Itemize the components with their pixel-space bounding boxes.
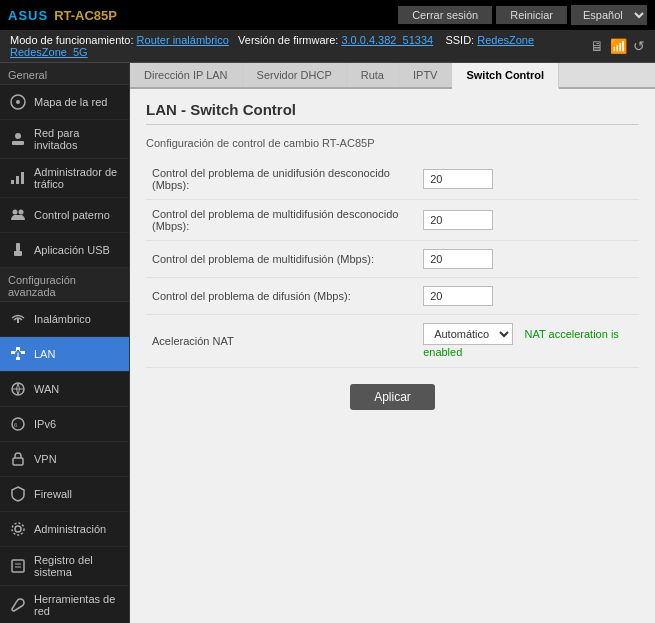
monitor-icon[interactable]: 🖥 — [590, 38, 604, 54]
firmware-label: Versión de firmware: — [238, 34, 338, 46]
sidebar-label-syslog: Registro del sistema — [34, 554, 121, 578]
svg-text:6: 6 — [14, 422, 18, 428]
sidebar-item-network-map[interactable]: Mapa de la red — [0, 85, 129, 120]
logout-button[interactable]: Cerrar sesión — [398, 6, 492, 24]
ssid-value1[interactable]: RedesZone — [477, 34, 534, 46]
panel-subtitle: Configuración de control de cambio RT-AC… — [146, 137, 639, 149]
sidebar: General Mapa de la red Red para invitado… — [0, 63, 130, 623]
table-row: Control del problema de difusión (Mbps): — [146, 278, 639, 315]
tab-bar: Dirección IP LAN Servidor DHCP Ruta IPTV… — [130, 63, 655, 89]
sidebar-label-usb: Aplicación USB — [34, 244, 110, 256]
svg-rect-6 — [21, 172, 24, 184]
guest-network-icon — [8, 129, 28, 149]
sidebar-item-firewall[interactable]: Firewall — [0, 477, 129, 512]
svg-point-7 — [13, 210, 18, 215]
row-label-2: Control del problema de multidifusión (M… — [146, 241, 417, 278]
sidebar-item-traffic[interactable]: Administrador de tráfico — [0, 159, 129, 198]
header: ASUS RT-AC85P Cerrar sesión Reiniciar Es… — [0, 0, 655, 30]
row-label-3: Control del problema de difusión (Mbps): — [146, 278, 417, 315]
content-area: Dirección IP LAN Servidor DHCP Ruta IPTV… — [130, 63, 655, 623]
nat-value-cell: Automático NAT acceleration is enabled — [417, 315, 639, 368]
sidebar-label-tools: Herramientas de red — [34, 593, 121, 617]
input-multicast[interactable] — [423, 249, 493, 269]
tools-icon — [8, 595, 28, 615]
sidebar-item-ipv6[interactable]: 6 IPv6 — [0, 407, 129, 442]
svg-point-8 — [19, 210, 24, 215]
svg-rect-10 — [14, 251, 22, 256]
traffic-icon — [8, 168, 28, 188]
log-icon — [8, 556, 28, 576]
wifi-icon[interactable]: 📶 — [610, 38, 627, 54]
sidebar-item-vpn[interactable]: VPN — [0, 442, 129, 477]
sidebar-label-vpn: VPN — [34, 453, 57, 465]
sidebar-label-parental: Control paterno — [34, 209, 110, 221]
panel-title: LAN - Switch Control — [146, 101, 639, 125]
ssid-label: SSID: — [445, 34, 474, 46]
row-value-3 — [417, 278, 639, 315]
row-label-1: Control del problema de multidifusión de… — [146, 200, 417, 241]
sidebar-label-traffic: Administrador de tráfico — [34, 166, 121, 190]
vpn-icon — [8, 449, 28, 469]
firmware-value[interactable]: 3.0.0.4.382_51334 — [341, 34, 433, 46]
reboot-button[interactable]: Reiniciar — [496, 6, 567, 24]
sidebar-label-wan: WAN — [34, 383, 59, 395]
table-row: Control del problema de unidifusión desc… — [146, 159, 639, 200]
sidebar-item-guest-network[interactable]: Red para invitados — [0, 120, 129, 159]
sidebar-section-general: General — [0, 63, 129, 85]
sidebar-label-lan: LAN — [34, 348, 55, 360]
svg-rect-22 — [13, 458, 23, 465]
mode-value[interactable]: Router inalámbrico — [137, 34, 229, 46]
status-bar: Modo de funcionamiento: Router inalámbri… — [0, 30, 655, 63]
sidebar-item-parental[interactable]: Control paterno — [0, 198, 129, 233]
input-multicast-unknown[interactable] — [423, 210, 493, 230]
status-info: Modo de funcionamiento: Router inalámbri… — [10, 34, 590, 58]
row-value-1 — [417, 200, 639, 241]
svg-point-23 — [15, 526, 21, 532]
sidebar-item-wireless[interactable]: Inalámbrico — [0, 302, 129, 337]
sidebar-label-wireless: Inalámbrico — [34, 313, 91, 325]
apply-section: Aplicar — [146, 384, 639, 410]
parental-icon — [8, 205, 28, 225]
tab-dhcp[interactable]: Servidor DHCP — [243, 63, 347, 87]
svg-rect-2 — [12, 141, 24, 145]
form-table: Control del problema de unidifusión desc… — [146, 159, 639, 368]
sidebar-item-lan[interactable]: LAN — [0, 337, 129, 372]
sidebar-item-usb[interactable]: Aplicación USB — [0, 233, 129, 268]
table-row-nat: Aceleración NAT Automático NAT accelerat… — [146, 315, 639, 368]
nat-label: Aceleración NAT — [146, 315, 417, 368]
input-unicast[interactable] — [423, 169, 493, 189]
tab-iptv[interactable]: IPTV — [399, 63, 452, 87]
language-select[interactable]: Español — [571, 5, 647, 25]
apply-button[interactable]: Aplicar — [350, 384, 435, 410]
tab-ip-lan[interactable]: Dirección IP LAN — [130, 63, 243, 87]
svg-point-1 — [16, 100, 20, 104]
sidebar-item-syslog[interactable]: Registro del sistema — [0, 547, 129, 586]
sidebar-item-wan[interactable]: WAN — [0, 372, 129, 407]
content-panel: LAN - Switch Control Configuración de co… — [130, 89, 655, 623]
sidebar-item-tools[interactable]: Herramientas de red — [0, 586, 129, 623]
svg-point-24 — [12, 523, 24, 535]
nat-select[interactable]: Automático — [423, 323, 513, 345]
tab-switch-control[interactable]: Switch Control — [452, 63, 559, 89]
model-name: RT-AC85P — [54, 8, 117, 23]
admin-icon — [8, 519, 28, 539]
firewall-icon — [8, 484, 28, 504]
ssid-value2[interactable]: RedesZone_5G — [10, 46, 88, 58]
row-value-2 — [417, 241, 639, 278]
svg-rect-11 — [11, 351, 15, 354]
sidebar-label-ipv6: IPv6 — [34, 418, 56, 430]
wan-icon — [8, 379, 28, 399]
svg-rect-25 — [12, 560, 24, 572]
row-label-0: Control del problema de unidifusión desc… — [146, 159, 417, 200]
sidebar-item-admin[interactable]: Administración — [0, 512, 129, 547]
tab-route[interactable]: Ruta — [347, 63, 399, 87]
svg-point-3 — [15, 133, 21, 139]
network-map-icon — [8, 92, 28, 112]
mode-label: Modo de funcionamiento: — [10, 34, 134, 46]
refresh-icon[interactable]: ↺ — [633, 38, 645, 54]
table-row: Control del problema de multidifusión de… — [146, 200, 639, 241]
main-layout: General Mapa de la red Red para invitado… — [0, 63, 655, 623]
sidebar-label-firewall: Firewall — [34, 488, 72, 500]
input-broadcast[interactable] — [423, 286, 493, 306]
usb-icon — [8, 240, 28, 260]
